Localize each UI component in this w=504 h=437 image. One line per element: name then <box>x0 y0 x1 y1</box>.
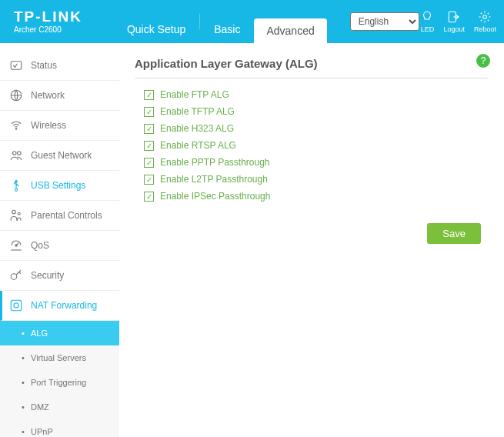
svg-point-12 <box>14 303 18 308</box>
sidebar-item-label: Guest Network <box>31 150 92 161</box>
sidebar-item-parental-controls[interactable]: Parental Controls <box>0 201 119 231</box>
header-icons: LED Logout Reboot <box>420 10 496 33</box>
header: TP-LINK Archer C2600 Quick Setup Basic A… <box>0 0 504 43</box>
language-select[interactable]: English <box>350 12 419 31</box>
option-label[interactable]: Enable RTSP ALG <box>160 140 236 151</box>
sidebar-item-guest-network[interactable]: Guest Network <box>0 141 119 171</box>
sub-item-dmz[interactable]: DMZ <box>0 395 119 419</box>
page-title: Application Layer Gateway (ALG) <box>135 57 489 70</box>
sub-item-upnp[interactable]: UPnP <box>0 419 119 437</box>
svg-point-7 <box>12 210 16 214</box>
sidebar-item-qos[interactable]: QoS <box>0 231 119 261</box>
sidebar-item-label: Security <box>31 270 64 281</box>
option-row: ✓ Enable H323 ALG <box>144 123 489 134</box>
svg-point-5 <box>13 152 17 155</box>
checkbox-h323-alg[interactable]: ✓ <box>144 124 154 134</box>
logout-label: Logout <box>443 25 465 33</box>
sub-item-alg[interactable]: ALG <box>0 321 119 345</box>
model-name: Archer C2600 <box>14 25 82 34</box>
sidebar-item-status[interactable]: Status <box>0 51 119 81</box>
option-row: ✓ Enable IPSec Passthrough <box>144 191 489 202</box>
reboot-button[interactable]: Reboot <box>474 10 496 33</box>
led-icon <box>420 10 434 24</box>
help-button[interactable]: ? <box>476 54 490 68</box>
divider <box>135 78 489 78</box>
sidebar: Status Network Wireless Guest Network US… <box>0 43 119 437</box>
option-label[interactable]: Enable L2TP Passthrough <box>160 174 268 185</box>
option-row: ✓ Enable PPTP Passthrough <box>144 157 489 168</box>
reboot-icon <box>478 10 492 24</box>
option-row: ✓ Enable FTP ALG <box>144 89 489 100</box>
security-icon <box>9 269 23 282</box>
checkbox-l2tp-passthrough[interactable]: ✓ <box>144 175 154 185</box>
option-row: ✓ Enable L2TP Passthrough <box>144 174 489 185</box>
save-button[interactable]: Save <box>427 223 481 244</box>
network-icon <box>9 88 23 102</box>
sidebar-sub-items: ALG Virtual Servers Port Triggering DMZ … <box>0 321 119 437</box>
sidebar-item-nat-forwarding[interactable]: NAT Forwarding <box>0 291 119 321</box>
led-label: LED <box>421 25 435 33</box>
checkbox-ftp-alg[interactable]: ✓ <box>144 90 154 100</box>
guest-icon <box>9 148 23 162</box>
svg-rect-11 <box>11 300 22 311</box>
wireless-icon <box>9 118 23 132</box>
svg-point-4 <box>15 128 17 130</box>
sidebar-item-security[interactable]: Security <box>0 261 119 291</box>
parental-icon <box>9 208 23 222</box>
sidebar-item-label: Parental Controls <box>31 210 102 221</box>
svg-point-1 <box>483 15 487 19</box>
svg-point-9 <box>15 245 17 246</box>
option-row: ✓ Enable RTSP ALG <box>144 140 489 151</box>
sidebar-item-label: Network <box>31 90 65 101</box>
sidebar-item-wireless[interactable]: Wireless <box>0 111 119 141</box>
sidebar-item-label: Status <box>31 60 57 71</box>
sub-item-virtual-servers[interactable]: Virtual Servers <box>0 345 119 370</box>
content: ? Application Layer Gateway (ALG) ✓ Enab… <box>119 43 504 437</box>
nat-icon <box>9 299 23 312</box>
brand-logo: TP-LINK <box>14 9 82 24</box>
reboot-label: Reboot <box>474 25 496 33</box>
checkbox-ipsec-passthrough[interactable]: ✓ <box>144 192 154 202</box>
svg-point-8 <box>18 212 20 215</box>
option-row: ✓ Enable TFTP ALG <box>144 106 489 117</box>
sub-item-port-triggering[interactable]: Port Triggering <box>0 370 119 395</box>
option-label[interactable]: Enable TFTP ALG <box>160 106 235 117</box>
body: Status Network Wireless Guest Network US… <box>0 43 504 437</box>
option-label[interactable]: Enable IPSec Passthrough <box>160 191 270 202</box>
usb-icon <box>9 178 23 192</box>
checkbox-rtsp-alg[interactable]: ✓ <box>144 141 154 151</box>
tab-advanced[interactable]: Advanced <box>254 18 326 43</box>
tab-basic[interactable]: Basic <box>200 15 254 43</box>
status-icon <box>9 58 23 72</box>
checkbox-pptp-passthrough[interactable]: ✓ <box>144 158 154 168</box>
option-label[interactable]: Enable PPTP Passthrough <box>160 157 270 168</box>
sidebar-item-label: NAT Forwarding <box>31 300 97 311</box>
qos-icon <box>9 239 23 252</box>
svg-point-6 <box>18 152 22 155</box>
led-button[interactable]: LED <box>420 10 434 33</box>
sidebar-item-label: USB Settings <box>31 180 85 191</box>
checkbox-tftp-alg[interactable]: ✓ <box>144 107 154 117</box>
main-tabs: Quick Setup Basic Advanced <box>113 0 327 43</box>
logout-icon <box>447 10 461 24</box>
option-label[interactable]: Enable FTP ALG <box>160 89 229 100</box>
logo-block: TP-LINK Archer C2600 <box>14 9 82 34</box>
sidebar-item-usb-settings[interactable]: USB Settings <box>0 171 119 201</box>
sidebar-item-label: QoS <box>31 240 49 251</box>
sidebar-item-label: Wireless <box>31 120 66 131</box>
tab-quick-setup[interactable]: Quick Setup <box>113 15 199 43</box>
sidebar-item-network[interactable]: Network <box>0 81 119 111</box>
logout-button[interactable]: Logout <box>443 10 465 33</box>
option-label[interactable]: Enable H323 ALG <box>160 123 234 134</box>
